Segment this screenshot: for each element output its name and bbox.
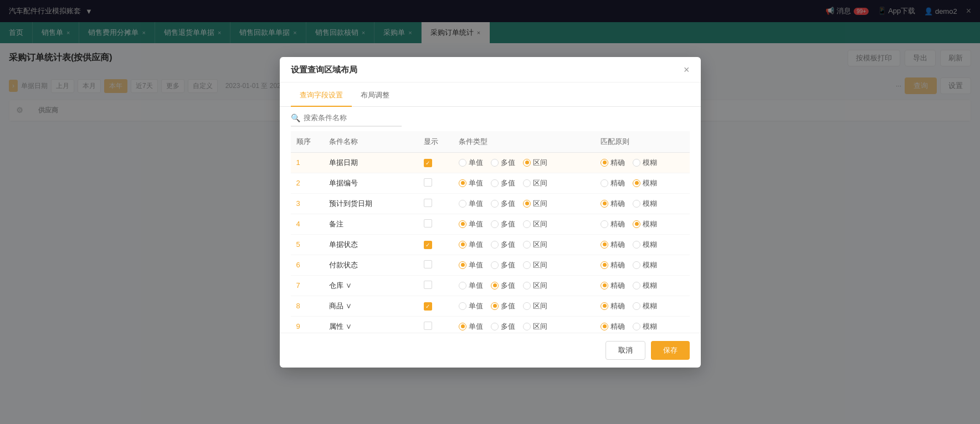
- order-number: 3: [296, 199, 300, 208]
- radio-dot: [633, 241, 640, 249]
- type-radio-多值[interactable]: 多值: [491, 219, 515, 229]
- display-checkbox[interactable]: [424, 281, 432, 289]
- row-name: 单据日期: [324, 152, 418, 173]
- radio-dot: [523, 220, 531, 228]
- row-order: 4: [291, 214, 324, 234]
- row-match: 精确模糊: [595, 152, 689, 173]
- match-radio-精确[interactable]: 精确: [601, 199, 625, 209]
- type-radio-多值[interactable]: 多值: [491, 240, 515, 250]
- match-radio-模糊[interactable]: 模糊: [633, 240, 657, 250]
- radio-dot: [491, 220, 499, 228]
- match-radio-模糊[interactable]: 模糊: [633, 281, 657, 291]
- row-name: 商品 ∨: [324, 296, 418, 316]
- dialog-close-btn[interactable]: ×: [684, 65, 690, 75]
- display-checkbox[interactable]: ✓: [424, 159, 432, 167]
- display-checkbox[interactable]: [424, 178, 432, 187]
- type-radio-多值[interactable]: 多值: [491, 281, 515, 291]
- type-radio-单值[interactable]: 单值: [459, 178, 483, 188]
- radio-dot: [601, 323, 608, 330]
- row-match: 精确模糊: [595, 316, 689, 330]
- match-radio-模糊[interactable]: 模糊: [633, 199, 657, 209]
- type-radio-单值[interactable]: 单值: [459, 199, 483, 209]
- display-checkbox[interactable]: [424, 199, 432, 207]
- row-order: 9: [291, 316, 324, 330]
- match-radio-精确[interactable]: 精确: [601, 240, 625, 250]
- match-radio-模糊[interactable]: 模糊: [633, 158, 657, 168]
- table-row: 1单据日期✓单值多值区间精确模糊: [291, 152, 690, 173]
- type-radio-区间[interactable]: 区间: [523, 219, 547, 229]
- type-radio-多值[interactable]: 多值: [491, 260, 515, 270]
- type-radio-区间[interactable]: 区间: [523, 199, 547, 209]
- radio-dot: [633, 282, 640, 289]
- row-type: 单值多值区间: [453, 275, 595, 296]
- radio-dot: [459, 159, 466, 167]
- radio-dot: [523, 159, 531, 167]
- search-input[interactable]: [304, 113, 392, 122]
- type-radio-区间[interactable]: 区间: [523, 260, 547, 270]
- display-checkbox[interactable]: [424, 219, 432, 227]
- radio-dot: [523, 302, 531, 310]
- match-radio-模糊[interactable]: 模糊: [633, 178, 657, 188]
- row-match: 精确模糊: [595, 234, 689, 255]
- order-number: 9: [296, 322, 300, 330]
- match-radio-模糊[interactable]: 模糊: [633, 322, 657, 330]
- type-radio-区间[interactable]: 区间: [523, 281, 547, 291]
- type-radio-单值[interactable]: 单值: [459, 301, 483, 311]
- match-radio-模糊[interactable]: 模糊: [633, 301, 657, 311]
- radio-dot: [633, 179, 640, 187]
- type-radio-区间[interactable]: 区间: [523, 301, 547, 311]
- match-radio-精确[interactable]: 精确: [601, 158, 625, 168]
- type-radio-单值[interactable]: 单值: [459, 322, 483, 330]
- radio-dot: [523, 261, 531, 269]
- radio-dot: [491, 200, 499, 208]
- match-radio-精确[interactable]: 精确: [601, 281, 625, 291]
- cancel-btn[interactable]: 取消: [606, 341, 645, 360]
- type-radio-多值[interactable]: 多值: [491, 301, 515, 311]
- type-radio-区间[interactable]: 区间: [523, 178, 547, 188]
- row-display: [418, 275, 454, 296]
- dialog-header: 设置查询区域布局 ×: [280, 57, 701, 82]
- radio-dot: [523, 323, 531, 330]
- type-radio-多值[interactable]: 多值: [491, 322, 515, 330]
- type-radio-区间[interactable]: 区间: [523, 322, 547, 330]
- display-checkbox[interactable]: [424, 260, 432, 268]
- match-radio-精确[interactable]: 精确: [601, 301, 625, 311]
- row-type: 单值多值区间: [453, 152, 595, 173]
- type-radio-单值[interactable]: 单值: [459, 260, 483, 270]
- search-box: 🔍: [291, 113, 402, 127]
- modal-overlay: 设置查询区域布局 × 查询字段设置 布局调整 🔍 顺序: [0, 0, 980, 424]
- radio-dot: [459, 179, 466, 187]
- match-radio-精确[interactable]: 精确: [601, 322, 625, 330]
- row-order: 8: [291, 296, 324, 316]
- type-radio-区间[interactable]: 区间: [523, 158, 547, 168]
- type-radio-多值[interactable]: 多值: [491, 158, 515, 168]
- type-radio-区间[interactable]: 区间: [523, 240, 547, 250]
- match-radio-模糊[interactable]: 模糊: [633, 260, 657, 270]
- type-radio-单值[interactable]: 单值: [459, 281, 483, 291]
- match-radio-精确[interactable]: 精确: [601, 219, 625, 229]
- table-row: 8商品 ∨✓单值多值区间精确模糊: [291, 296, 690, 316]
- type-radio-单值[interactable]: 单值: [459, 158, 483, 168]
- match-radio-精确[interactable]: 精确: [601, 178, 625, 188]
- row-match: 精确模糊: [595, 193, 689, 214]
- type-radio-多值[interactable]: 多值: [491, 199, 515, 209]
- display-checkbox[interactable]: ✓: [424, 241, 432, 249]
- type-radio-多值[interactable]: 多值: [491, 178, 515, 188]
- table-header-row: 顺序 条件名称 显示 条件类型 匹配原则: [291, 131, 690, 153]
- radio-dot: [633, 200, 640, 208]
- row-display: [418, 173, 454, 193]
- dialog-tab-layout[interactable]: 布局调整: [352, 85, 398, 107]
- display-checkbox[interactable]: [424, 322, 432, 330]
- row-display: ✓: [418, 296, 454, 316]
- type-radio-单值[interactable]: 单值: [459, 240, 483, 250]
- radio-dot: [459, 261, 466, 269]
- radio-dot: [601, 159, 608, 167]
- row-match: 精确模糊: [595, 255, 689, 275]
- dialog-tab-query[interactable]: 查询字段设置: [291, 85, 352, 107]
- display-checkbox[interactable]: ✓: [424, 302, 432, 311]
- match-radio-精确[interactable]: 精确: [601, 260, 625, 270]
- row-display: ✓: [418, 234, 454, 255]
- match-radio-模糊[interactable]: 模糊: [633, 219, 657, 229]
- type-radio-单值[interactable]: 单值: [459, 219, 483, 229]
- save-btn[interactable]: 保存: [651, 341, 690, 360]
